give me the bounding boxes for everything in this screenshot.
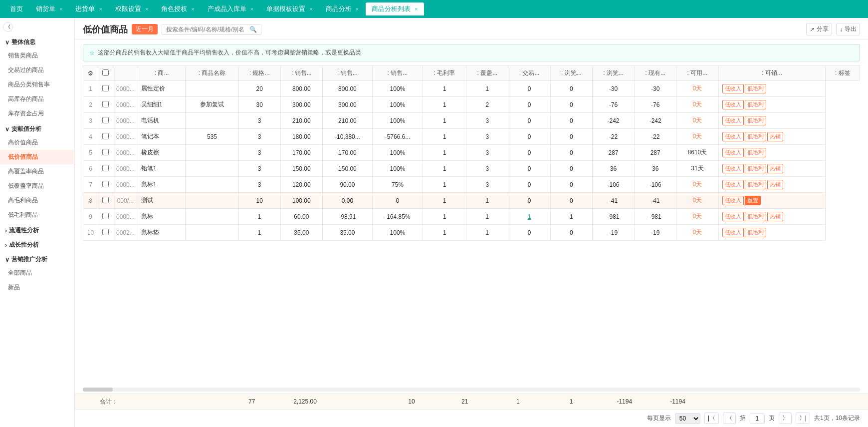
col-browse2[interactable]: : 浏览... (592, 66, 634, 81)
row-select-checkbox[interactable] (102, 85, 109, 91)
col-trade[interactable]: : 交易... (508, 66, 550, 81)
nav-tab-analysis[interactable]: 商品分析 × (320, 2, 365, 15)
col-checkbox[interactable] (98, 66, 113, 81)
col-coverage[interactable]: : 覆盖... (466, 66, 508, 81)
sidebar-item-traded-products[interactable]: 交易过的商品 (0, 63, 74, 77)
row-checkbox[interactable] (98, 113, 113, 129)
row-browse1[interactable]: 0 (508, 225, 550, 241)
col-sale-price[interactable]: : 销售... (322, 66, 372, 81)
col-sale-total[interactable]: : 销售... (372, 66, 423, 81)
col-available[interactable]: : 可用... (676, 66, 718, 81)
nav-tab-analysis-list[interactable]: 商品分析列表 × (366, 2, 424, 15)
row-name[interactable]: 测试 (138, 193, 186, 209)
close-icon[interactable]: × (356, 6, 359, 12)
filter-button[interactable]: 近一月 (132, 24, 158, 34)
row-browse1[interactable]: 0 (508, 97, 550, 113)
row-checkbox[interactable] (98, 81, 113, 97)
sidebar-item-low-coverage[interactable]: 低覆盖率商品 (0, 179, 74, 193)
col-gear[interactable]: ⚙ (83, 66, 98, 81)
close-icon[interactable]: × (191, 6, 194, 12)
row-select-checkbox[interactable] (102, 117, 109, 123)
row-checkbox[interactable] (98, 161, 113, 177)
first-page-button[interactable]: |〈 (704, 413, 719, 424)
row-browse1[interactable]: 0 (508, 129, 550, 145)
row-select-checkbox[interactable] (102, 181, 109, 187)
sidebar-item-category-sales-rate[interactable]: 商品分类销售率 (0, 77, 74, 92)
sidebar-item-high-stock[interactable]: 高库存的商品 (0, 92, 74, 106)
close-icon[interactable]: × (145, 6, 148, 12)
col-sellable[interactable]: : 可销... (718, 66, 826, 81)
row-select-checkbox[interactable] (102, 149, 109, 155)
search-input[interactable] (166, 26, 247, 33)
sidebar-item-stock-funds[interactable]: 库存资金占用 (0, 106, 74, 121)
close-icon[interactable]: × (99, 6, 102, 12)
select-all-checkbox[interactable] (102, 69, 109, 76)
next-page-button[interactable]: 〉 (779, 413, 792, 424)
nav-tab-purchase[interactable]: 进货单 × (69, 2, 108, 15)
nav-tab-template[interactable]: 单据模板设置 × (260, 2, 318, 15)
row-select-checkbox[interactable] (102, 133, 109, 139)
row-name[interactable]: 电话机 (138, 113, 186, 129)
row-name[interactable]: 鼠标1 (138, 177, 186, 193)
sidebar-collapse-button[interactable]: 《 (3, 22, 13, 32)
row-browse1[interactable]: 0 (508, 145, 550, 161)
row-name[interactable]: 属性定价 (138, 81, 186, 97)
row-name[interactable]: 铅笔1 (138, 161, 186, 177)
col-spec[interactable]: : 规格... (238, 66, 280, 81)
row-checkbox[interactable] (98, 209, 113, 225)
close-icon[interactable]: × (250, 6, 253, 12)
col-profit-rate[interactable]: : 毛利率 (423, 66, 466, 81)
row-checkbox[interactable] (98, 97, 113, 113)
nav-tab-sales[interactable]: 销货单 × (30, 2, 68, 15)
scrollbar-thumb[interactable] (83, 388, 113, 392)
row-select-checkbox[interactable] (102, 101, 109, 107)
sidebar-item-low-profit[interactable]: 低毛利商品 (0, 208, 74, 222)
row-checkbox[interactable] (98, 225, 113, 241)
close-icon[interactable]: × (309, 6, 312, 12)
row-browse1[interactable]: 0 (508, 161, 550, 177)
gear-icon[interactable]: ⚙ (88, 70, 93, 77)
col-code[interactable]: : 商... (138, 66, 186, 81)
sidebar-item-new-products[interactable]: 新品 (0, 280, 74, 295)
row-browse1[interactable]: 0 (508, 177, 550, 193)
row-checkbox[interactable] (98, 177, 113, 193)
col-browse1[interactable]: : 浏览... (550, 66, 592, 81)
sidebar-item-sales-products[interactable]: 销售类商品 (0, 48, 74, 63)
row-name[interactable]: 鼠标 (138, 209, 186, 225)
row-name[interactable]: 笔记本 (138, 129, 186, 145)
sidebar-group-growth[interactable]: › 成长性分析 (0, 237, 74, 251)
close-icon[interactable]: × (415, 6, 418, 12)
sidebar-item-high-value[interactable]: 高价值商品 (0, 135, 74, 150)
nav-tab-roles[interactable]: 角色授权 × (155, 2, 200, 15)
nav-tab-permissions[interactable]: 权限设置 × (109, 2, 154, 15)
row-browse1[interactable]: 0 (508, 113, 550, 129)
sidebar-item-low-value[interactable]: 低价值商品 (0, 150, 74, 164)
row-name[interactable]: 鼠标垫 (138, 225, 186, 241)
horizontal-scrollbar[interactable] (83, 388, 860, 392)
close-icon[interactable]: × (59, 6, 62, 12)
page-number-input[interactable] (750, 414, 765, 424)
col-sale-qty[interactable]: : 销售... (280, 66, 322, 81)
col-name[interactable]: : 商品名称 (186, 66, 238, 81)
row-name[interactable]: 吴细细1 (138, 97, 186, 113)
row-checkbox[interactable] (98, 145, 113, 161)
row-browse1[interactable]: 0 (508, 193, 550, 209)
row-browse1[interactable]: 0 (508, 81, 550, 97)
sidebar-item-all-products[interactable]: 全部商品 (0, 266, 74, 280)
share-button[interactable]: ↗ 分享 (806, 23, 832, 35)
per-page-select[interactable]: 50 100 200 (675, 413, 700, 424)
nav-tab-home[interactable]: 首页 (4, 2, 29, 15)
sidebar-item-high-coverage[interactable]: 高覆盖率商品 (0, 164, 74, 179)
last-page-button[interactable]: 〉| (796, 413, 810, 424)
sidebar-group-circulation[interactable]: › 流通性分析 (0, 222, 74, 237)
prev-page-button[interactable]: 〈 (723, 413, 736, 424)
row-browse1[interactable]: 1 (508, 209, 550, 225)
export-button[interactable]: ↓ 导出 (836, 23, 860, 35)
nav-tab-warehouse[interactable]: 产成品入库单 × (202, 2, 259, 15)
row-name[interactable]: 橡皮擦 (138, 145, 186, 161)
col-stock[interactable]: : 现有... (635, 66, 676, 81)
sidebar-item-high-profit[interactable]: 高毛利商品 (0, 193, 74, 208)
row-checkbox[interactable] (98, 193, 113, 209)
row-select-checkbox[interactable] (102, 229, 109, 235)
row-select-checkbox[interactable] (102, 213, 109, 219)
